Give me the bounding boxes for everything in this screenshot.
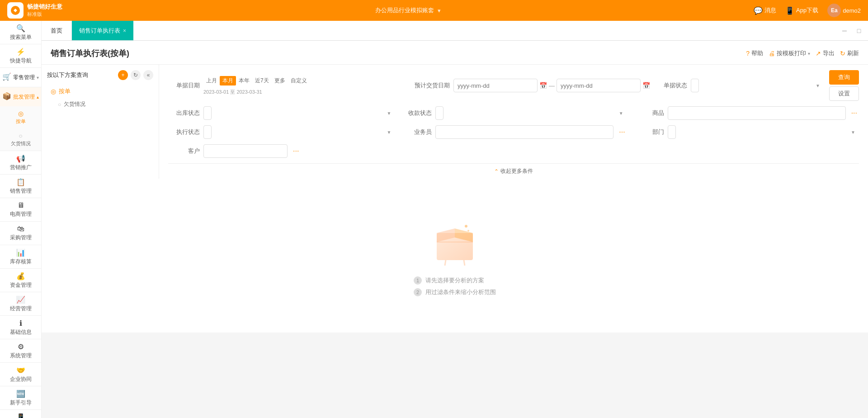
sidebar-item-enterprise[interactable]: 🤝 企业协同 [0,363,41,386]
sidebar-item-marketing[interactable]: 📢 营销推广 [0,151,41,175]
field-expected-date: 预计交货日期 📅 — 📅 [409,79,650,92]
help-btn[interactable]: ? 帮助 [746,49,763,57]
operations-icon: 📈 [16,295,25,304]
refresh-scheme-btn[interactable]: ↻ [131,70,141,80]
exec-status-select[interactable] [203,125,212,139]
date-tab-自定义[interactable]: 自定义 [288,76,310,86]
status-label: 单据状态 [656,81,687,90]
query-button[interactable]: 查询 [829,70,859,85]
refresh-btn[interactable]: ↻ 刷新 [840,49,859,57]
scheme-sub-label: 欠货情况 [64,100,85,108]
sidebar-item-sales[interactable]: 📋 销售管理 [0,175,41,198]
tab-minimize-btn[interactable]: ─ [839,25,850,36]
out-status-select[interactable] [203,106,212,120]
print-dropdown-icon: ▾ [808,51,810,56]
sidebar-sub-item-按单[interactable]: ◎ 按单 [0,106,41,128]
wholesale-icon: 📦 [2,92,11,100]
help-label: 帮助 [751,49,763,57]
calendar-icon-2[interactable]: 📅 [642,82,650,89]
sidebar-item-quick-nav[interactable]: ⚡ 快捷导航 [0,44,41,68]
export-btn[interactable]: ↗ 导出 [816,49,835,57]
date-tab-上月[interactable]: 上月 [203,76,220,86]
tab-home[interactable]: 首页 [42,21,72,40]
out-status-select-wrap [203,106,395,120]
empty-state: 1 请先选择要分析的方案 2 用过滤条件来缩小分析范围 [42,179,868,332]
sidebar-ecommerce-label: 电商管理 [10,211,32,218]
header-dropdown-icon[interactable]: ▾ [438,7,441,14]
query-btn-group: 查询 设置 [829,70,859,101]
collect-status-select-wrap [435,106,627,120]
date-label: 单据日期 [168,81,200,90]
dept-select[interactable] [668,125,676,139]
sidebar-item-basic-info[interactable]: ℹ 基础信息 [0,316,41,339]
goods-more-btn[interactable]: ··· [849,109,859,117]
minimize-icon: ─ [842,27,847,34]
purchase-icon: 🛍 [17,225,24,233]
app-download-btn[interactable]: 📱 App下载 [785,6,818,15]
logo-subtext: 标准版 [27,11,62,18]
sidebar-sub-item-欠货情况[interactable]: ○ 欠货情况 [0,128,41,151]
add-scheme-btn[interactable]: + [118,70,128,80]
tab-sales-order[interactable]: 销售订单执行表 × [72,21,133,40]
empty-hint-2: 2 用过滤条件来缩小分析范围 [414,288,496,296]
header-right: 💬 消息 📱 App下载 Ea demo2 [754,4,861,17]
exec-status-label: 执行状态 [168,128,200,136]
message-btn[interactable]: 💬 消息 [754,6,776,15]
date-tab-本年[interactable]: 本年 [236,76,252,86]
expected-date-to[interactable] [557,79,641,92]
sidebar-item-retail[interactable]: 🛒 零售管理 ▾ [0,68,41,87]
sidebar-item-ecommerce[interactable]: 🖥 电商管理 [0,198,41,222]
sidebar-item-wholesale[interactable]: 📦 批发管理 ▴ [0,87,41,106]
sidebar-group-retail: 🛒 零售管理 ▾ [0,68,41,87]
customer-input[interactable] [203,144,288,158]
field-date: 单据日期 上月 本月 本年 近7天 更多 自定义 [168,76,404,95]
marketing-icon: 📢 [16,154,25,163]
sidebar-item-inventory[interactable]: 📊 库存核算 [0,245,41,269]
sidebar-operations-label: 经营管理 [10,305,32,313]
retail-arrow-icon: ▾ [37,75,39,80]
print-template-btn[interactable]: 🖨 按模板打印 ▾ [769,49,810,57]
salesman-input[interactable] [435,125,613,139]
collapse-more-btn[interactable]: ⌃ 收起更多条件 [168,163,859,179]
filter-panel: 按以下方案查询 + ↻ « ◎ 按单 [42,65,868,179]
collapse-scheme-btn[interactable]: « [143,70,153,80]
field-customer: 客户 ··· [168,144,301,158]
scheme-active-label: 按单 [59,87,71,95]
filter-scheme-label: 按以下方案查询 [47,71,88,79]
system-icon: ⚙ [18,342,24,351]
tab-close-btn[interactable]: × [123,28,126,34]
tab-maximize-btn[interactable]: □ [854,25,864,36]
hint-text-2: 用过滤条件来缩小分析范围 [425,288,496,296]
username-label: demo2 [843,7,861,14]
sidebar-item-search-menu[interactable]: 🔍 搜索菜单 [0,21,41,44]
sidebar-item-system[interactable]: ⚙ 系统管理 [0,339,41,363]
sidebar-item-newcomer[interactable]: 🆕 新手引导 [0,386,41,410]
sidebar-item-app-center[interactable]: 📱 应用中心 [0,410,41,418]
sidebar-item-operations[interactable]: 📈 经营管理 [0,292,41,316]
date-tab-更多[interactable]: 更多 [272,76,288,86]
calendar-icon-1[interactable]: 📅 [539,82,547,89]
goods-input[interactable] [668,106,846,120]
customer-more-btn[interactable]: ··· [291,147,301,155]
settings-button[interactable]: 设置 [829,86,859,101]
sub-item-icon: ◎ [18,110,24,117]
scheme-item-按单[interactable]: ◎ 按单 [47,85,153,98]
export-label: 导出 [823,49,835,57]
user-menu[interactable]: Ea demo2 [827,4,861,17]
sidebar-item-finance[interactable]: 💰 资金管理 [0,269,41,292]
sidebar-quick-nav-label: 快捷导航 [10,57,32,65]
refresh-icon: ↻ [840,50,845,57]
field-exec-status: 执行状态 [168,125,395,139]
date-tab-近7天[interactable]: 近7天 [252,76,272,86]
logo-icon [7,2,24,19]
hint-text-1: 请先选择要分析的方案 [425,276,484,285]
date-tab-本月[interactable]: 本月 [220,76,236,86]
collect-status-select[interactable] [435,106,443,120]
sidebar-finance-label: 资金管理 [10,282,32,289]
sidebar-newcomer-label: 新手引导 [10,399,32,407]
scheme-sub-item-欠货情况[interactable]: ○ 欠货情况 [47,98,153,110]
salesman-more-btn[interactable]: ··· [617,128,627,136]
status-select[interactable] [691,79,699,92]
sidebar-item-purchase[interactable]: 🛍 采购管理 [0,222,41,245]
expected-date-from[interactable] [453,79,538,92]
